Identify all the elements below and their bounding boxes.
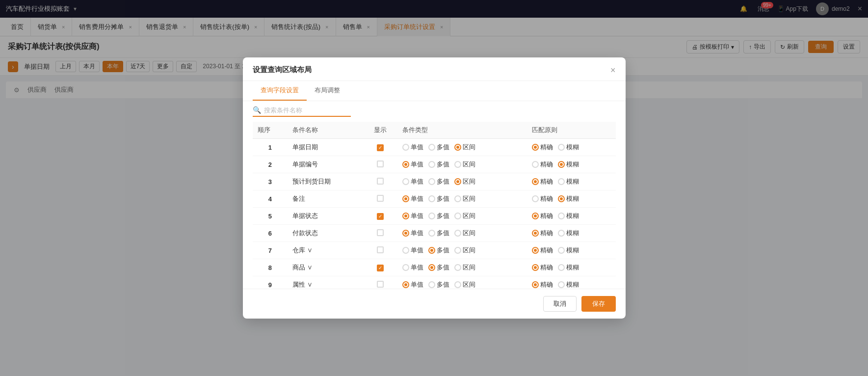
type-label-1: 区间 bbox=[463, 160, 475, 169]
type-label-4: 单值 bbox=[411, 212, 423, 220]
row-display-0[interactable]: ✓ bbox=[363, 139, 398, 156]
search-wrapper: 🔍 bbox=[253, 106, 351, 117]
match-label-0: 模糊 bbox=[566, 143, 579, 152]
radio-circle-type-3 bbox=[428, 195, 435, 202]
match-label-1: 精确 bbox=[540, 160, 553, 169]
search-input[interactable] bbox=[264, 107, 342, 114]
type-radio-区间-0[interactable]: 区间 bbox=[454, 143, 475, 152]
match-radio-精确-3[interactable]: 精确 bbox=[532, 194, 553, 203]
type-radio-多值-4[interactable]: 多值 bbox=[428, 212, 449, 220]
type-label-2: 单值 bbox=[411, 177, 423, 186]
row-order-3: 4 bbox=[253, 190, 288, 208]
type-radio-单值-0[interactable]: 单值 bbox=[402, 143, 423, 152]
type-radio-单值-1[interactable]: 单值 bbox=[402, 160, 423, 169]
radio-circle-type-3 bbox=[454, 195, 461, 202]
row-match-2: 精确模糊 bbox=[527, 173, 616, 190]
checkbox-display-4[interactable]: ✓ bbox=[377, 213, 384, 220]
match-radio-精确-1[interactable]: 精确 bbox=[532, 160, 553, 169]
radio-circle-type-2 bbox=[454, 178, 461, 185]
row-order-4: 5 bbox=[253, 208, 288, 223]
type-radio-单值-4[interactable]: 单值 bbox=[402, 212, 423, 220]
type-label-3: 多值 bbox=[437, 194, 449, 203]
type-label-2: 区间 bbox=[463, 177, 475, 186]
table-row: 2单据编号单值多值区间精确模糊 bbox=[253, 156, 616, 173]
radio-circle-type-4 bbox=[428, 213, 435, 219]
row-match-4: 精确模糊 bbox=[527, 208, 616, 223]
radio-circle-type-0 bbox=[402, 144, 409, 151]
match-radio-精确-4[interactable]: 精确 bbox=[532, 212, 553, 220]
match-radio-模糊-1[interactable]: 模糊 bbox=[558, 160, 579, 169]
match-radio-模糊-0[interactable]: 模糊 bbox=[558, 143, 579, 152]
row-type-3: 单值多值区间 bbox=[397, 190, 526, 208]
checkbox-display-3[interactable] bbox=[377, 195, 384, 202]
col-order-header: 顺序 bbox=[253, 122, 288, 139]
modal-overlay: 设置查询区域布局 × 查询字段设置 布局调整 🔍 顺序 bbox=[0, 0, 868, 223]
radio-circle-type-2 bbox=[428, 178, 435, 185]
match-label-2: 精确 bbox=[540, 177, 553, 186]
row-match-0: 精确模糊 bbox=[527, 139, 616, 156]
dialog-tab-layout[interactable]: 布局调整 bbox=[307, 81, 348, 101]
dialog-tab-query[interactable]: 查询字段设置 bbox=[253, 81, 307, 101]
type-radio-多值-2[interactable]: 多值 bbox=[428, 177, 449, 186]
match-radio-精确-0[interactable]: 精确 bbox=[532, 143, 553, 152]
type-radio-区间-4[interactable]: 区间 bbox=[454, 212, 475, 220]
type-radio-区间-2[interactable]: 区间 bbox=[454, 177, 475, 186]
dialog-title: 设置查询区域布局 bbox=[253, 65, 312, 75]
checkbox-display-0[interactable]: ✓ bbox=[377, 144, 384, 151]
type-label-4: 多值 bbox=[437, 212, 449, 220]
radio-circle-match-1 bbox=[558, 161, 565, 168]
checkbox-display-1[interactable] bbox=[377, 161, 384, 167]
row-display-1[interactable] bbox=[363, 156, 398, 173]
dialog-close-btn[interactable]: × bbox=[610, 66, 616, 75]
match-radio-模糊-3[interactable]: 模糊 bbox=[558, 194, 579, 203]
radio-circle-match-4 bbox=[558, 213, 565, 219]
radio-circle-type-1 bbox=[454, 161, 461, 168]
type-label-3: 区间 bbox=[463, 194, 475, 203]
row-match-3: 精确模糊 bbox=[527, 190, 616, 208]
col-name-header: 条件名称 bbox=[288, 122, 363, 139]
match-label-1: 模糊 bbox=[566, 160, 579, 169]
checkbox-display-2[interactable] bbox=[377, 178, 384, 185]
match-label-3: 精确 bbox=[540, 194, 553, 203]
match-label-2: 模糊 bbox=[566, 177, 579, 186]
row-display-4[interactable]: ✓ bbox=[363, 208, 398, 223]
type-radio-区间-1[interactable]: 区间 bbox=[454, 160, 475, 169]
type-label-1: 多值 bbox=[437, 160, 449, 169]
type-radio-多值-1[interactable]: 多值 bbox=[428, 160, 449, 169]
row-name-1: 单据编号 bbox=[288, 156, 363, 173]
type-radio-单值-2[interactable]: 单值 bbox=[402, 177, 423, 186]
match-label-3: 模糊 bbox=[566, 194, 579, 203]
dialog-table-wrapper: 顺序 条件名称 显示 条件类型 匹配原则 1单据日期✓单值多值区间精确模糊2单据… bbox=[243, 122, 626, 223]
type-label-3: 单值 bbox=[411, 194, 423, 203]
table-row: 1单据日期✓单值多值区间精确模糊 bbox=[253, 139, 616, 156]
radio-circle-type-4 bbox=[402, 213, 409, 219]
table-row: 3预计到货日期单值多值区间精确模糊 bbox=[253, 173, 616, 190]
radio-circle-match-3 bbox=[558, 195, 565, 202]
row-match-1: 精确模糊 bbox=[527, 156, 616, 173]
col-type-header: 条件类型 bbox=[397, 122, 526, 139]
dialog-tab-query-label: 查询字段设置 bbox=[261, 86, 299, 94]
radio-circle-match-2 bbox=[532, 178, 539, 185]
match-radio-模糊-2[interactable]: 模糊 bbox=[558, 177, 579, 186]
type-radio-单值-3[interactable]: 单值 bbox=[402, 194, 423, 203]
type-radio-区间-3[interactable]: 区间 bbox=[454, 194, 475, 203]
row-type-2: 单值多值区间 bbox=[397, 173, 526, 190]
search-icon: 🔍 bbox=[253, 106, 261, 114]
type-label-0: 单值 bbox=[411, 143, 423, 152]
col-match-header: 匹配原则 bbox=[527, 122, 616, 139]
row-display-3[interactable] bbox=[363, 190, 398, 208]
radio-circle-match-1 bbox=[532, 161, 539, 168]
type-label-1: 单值 bbox=[411, 160, 423, 169]
radio-circle-type-3 bbox=[402, 195, 409, 202]
conditions-table: 顺序 条件名称 显示 条件类型 匹配原则 1单据日期✓单值多值区间精确模糊2单据… bbox=[253, 122, 616, 223]
match-radio-模糊-4[interactable]: 模糊 bbox=[558, 212, 579, 220]
type-label-0: 区间 bbox=[463, 143, 475, 152]
type-radio-多值-3[interactable]: 多值 bbox=[428, 194, 449, 203]
row-display-2[interactable] bbox=[363, 173, 398, 190]
dialog-search-area: 🔍 bbox=[243, 101, 626, 122]
col-display-header: 显示 bbox=[363, 122, 398, 139]
radio-circle-match-4 bbox=[532, 213, 539, 219]
type-radio-多值-0[interactable]: 多值 bbox=[428, 143, 449, 152]
table-row: 4备注单值多值区间精确模糊 bbox=[253, 190, 616, 208]
match-radio-精确-2[interactable]: 精确 bbox=[532, 177, 553, 186]
